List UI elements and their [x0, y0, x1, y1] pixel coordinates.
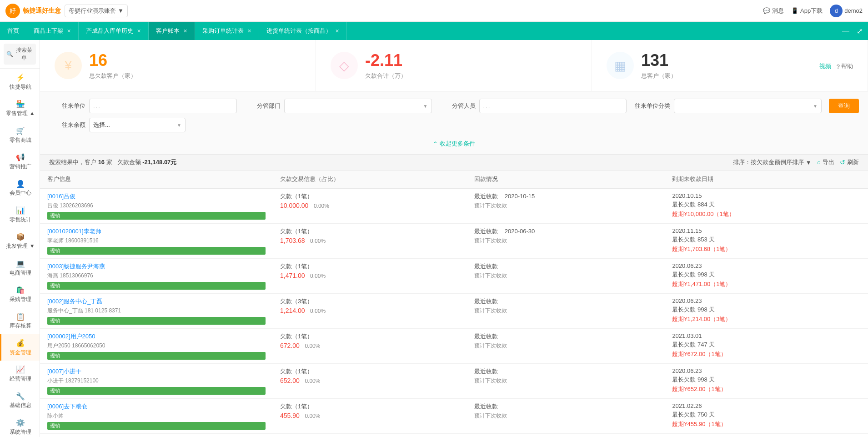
- balance-placeholder: 选择...: [93, 121, 110, 129]
- tab-purchase-stats[interactable]: 采购订单统计表 ✕: [195, 22, 259, 40]
- stat-value-debt-customers: 16: [89, 51, 136, 70]
- close-icon[interactable]: ✕: [67, 28, 71, 34]
- next-repay-label-5: 预计下次收款: [474, 377, 657, 385]
- nav-minimize-btn[interactable]: —: [840, 25, 851, 37]
- logo-area: 好 畅捷通好生意: [5, 4, 61, 18]
- refresh-label: 刷新: [847, 158, 859, 166]
- filter-item-partner: 往来单位 ...: [49, 99, 237, 113]
- customer-name-0[interactable]: [0016]吕俊: [47, 192, 266, 201]
- nav-maximize-btn[interactable]: ⤢: [855, 25, 864, 37]
- results-debt-label: 欠款金额: [117, 159, 141, 166]
- company-arrow-icon: ▼: [118, 7, 124, 14]
- export-button[interactable]: ○ 导出: [817, 158, 834, 166]
- sidebar-item-member[interactable]: 👤 会员中心: [0, 175, 40, 201]
- app-download-action[interactable]: 📱 App下载: [791, 7, 823, 15]
- overdue-amount-link-4[interactable]: 超期¥672.00（1笔）: [672, 350, 861, 358]
- sidebar-item-retail-mgmt-label: 零售管理 ▲: [6, 110, 35, 117]
- help-link[interactable]: ? 帮助: [837, 62, 853, 70]
- tab-import-stats[interactable]: 进货单统计表（按商品） ✕: [259, 22, 347, 40]
- sidebar-item-wholesale[interactable]: 📦 批发管理 ▼: [0, 228, 40, 254]
- close-icon[interactable]: ✕: [137, 28, 141, 34]
- cell-debt-0: 欠款（1笔） 10,000.00 0.00%: [273, 188, 467, 224]
- tab-customer-account-label: 客户账本: [156, 27, 180, 35]
- sidebar-item-retail-mall[interactable]: 🛒 零售商城: [0, 122, 40, 148]
- filter-input-category[interactable]: ▼: [674, 99, 822, 113]
- customer-name-3[interactable]: [0002]服务中心_丁磊: [47, 297, 266, 306]
- close-icon[interactable]: ✕: [335, 28, 339, 34]
- customer-name-1[interactable]: [0001020001]李老师: [47, 227, 266, 236]
- sidebar-item-purchase[interactable]: 🛍️ 采购管理: [0, 281, 40, 307]
- debt-percent-2: 0.00%: [310, 273, 326, 279]
- table-row: [0001020001]李老师 李老师 18600391516 现销 欠款（1笔…: [40, 224, 868, 259]
- overdue-info-4: 2021.03.01 最长欠款 747 天 超期¥672.00（1笔）: [672, 332, 861, 358]
- video-link[interactable]: 视频: [819, 62, 831, 70]
- sidebar-item-ecommerce[interactable]: 💻 电商管理: [0, 255, 40, 281]
- filter-input-balance[interactable]: 选择... ▼: [89, 118, 186, 132]
- debt-amount-5[interactable]: 652.00: [280, 377, 300, 384]
- customer-name-2[interactable]: [0003]畅捷服务尹海燕: [47, 262, 266, 271]
- results-bar: 搜索结果中，客户 16 家 欠款金额 -21,148.07元 排序：按欠款金额倒…: [40, 155, 868, 171]
- sidebar-item-operations[interactable]: 📈 经营管理: [0, 361, 40, 387]
- sidebar-item-marketing-label: 营销推广: [10, 163, 31, 171]
- sort-arrow-icon: ▼: [806, 159, 812, 166]
- sidebar-item-finance[interactable]: 💰 资金管理: [0, 334, 40, 361]
- debt-amount-3[interactable]: 1,214.00: [280, 307, 305, 314]
- query-button[interactable]: 查询: [829, 99, 859, 113]
- sidebar-item-system[interactable]: ⚙️ 系统管理: [0, 414, 40, 437]
- filter-collapse-button[interactable]: ⌃ 收起更多条件: [49, 137, 859, 151]
- user-profile[interactable]: d demo2: [830, 5, 863, 17]
- table-row: [000001]黄思源 黄思源 13552700226 现销 欠款（1笔） 42…: [40, 434, 868, 437]
- table-row: [000002]用户2050 用户2050 18665062050 现销 欠款（…: [40, 329, 868, 364]
- close-icon[interactable]: ✕: [183, 28, 187, 34]
- debt-amount-4[interactable]: 672.00: [280, 342, 300, 349]
- debt-amount-2[interactable]: 1,471.00: [280, 272, 305, 279]
- filter-input-person[interactable]: ...: [479, 99, 627, 113]
- message-action[interactable]: 💬 消息: [763, 7, 784, 15]
- filter-item-dept: 分管部门 ▼: [244, 99, 432, 113]
- overdue-amount-link-1[interactable]: 超期¥1,703.68（1笔）: [672, 245, 861, 253]
- customer-name-5[interactable]: [0007]小进干: [47, 367, 266, 376]
- cell-customer-4: [000002]用户2050 用户2050 18665062050 现销: [40, 329, 273, 364]
- sidebar-item-retail-stats[interactable]: 📊 零售统计: [0, 201, 40, 228]
- overdue-amount-link-6[interactable]: 超期¥455.90（1笔）: [672, 420, 861, 428]
- close-icon[interactable]: ✕: [247, 28, 251, 34]
- cell-overdue-3: 2020.06.23 最长欠款 998 天 超期¥1,214.00（3笔）: [665, 294, 868, 329]
- cell-debt-7: 欠款（1笔） 429.00 0.00%: [273, 434, 467, 437]
- filter-input-dept[interactable]: ▼: [284, 99, 432, 113]
- overdue-amount-link-5[interactable]: 超期¥652.00（1笔）: [672, 385, 861, 393]
- debt-count-5: 欠款（1笔）: [280, 367, 460, 376]
- overdue-amount-link-3[interactable]: 超期¥1,214.00（3笔）: [672, 315, 861, 323]
- overdue-due-date-3: 2020.06.23: [672, 297, 861, 304]
- sidebar-item-inventory[interactable]: 📋 库存核算: [0, 308, 40, 334]
- company-select[interactable]: 母婴行业演示账套 ▼: [65, 5, 128, 17]
- overdue-info-5: 2020.06.23 最长欠款 998 天 超期¥652.00（1笔）: [672, 367, 861, 393]
- sidebar-item-marketing[interactable]: 📢 营销推广: [0, 148, 40, 175]
- customer-name-6[interactable]: [0006]去下粮仓: [47, 402, 266, 411]
- results-info: 搜索结果中，客户 16 家 欠款金额 -21,148.07元: [49, 158, 176, 166]
- sidebar-search-button[interactable]: 🔍 搜索菜单: [4, 44, 36, 65]
- debt-amount-0[interactable]: 10,000.00: [280, 202, 308, 209]
- sidebar-item-basic-info[interactable]: 🔧 基础信息: [0, 387, 40, 414]
- tab-home[interactable]: 首页: [0, 22, 26, 40]
- repay-info-6: 最近收款 预计下次收款: [474, 402, 657, 420]
- cell-overdue-0: 2020.10.15 最长欠款 884 天 超期¥10,000.00（1笔）: [665, 188, 868, 224]
- customer-info-5: [0007]小进干 小进干 18279152100 现销: [47, 367, 266, 395]
- tab-product-shelf[interactable]: 商品上下架 ✕: [26, 22, 79, 40]
- refresh-button[interactable]: ↺ 刷新: [840, 158, 859, 166]
- customer-name-4[interactable]: [000002]用户2050: [47, 332, 266, 341]
- data-table: 客户信息 欠款交易信息（占比） 回款情况 到期未收款日期 [0016]吕俊 吕俊…: [40, 171, 868, 437]
- sort-selector[interactable]: 排序：按欠款金额倒序排序 ▼: [733, 158, 812, 166]
- cell-repay-3: 最近收款 预计下次收款: [467, 294, 665, 329]
- filter-input-partner[interactable]: ...: [89, 99, 237, 113]
- overdue-amount-link-0[interactable]: 超期¥10,000.00（1笔）: [672, 210, 861, 218]
- overdue-amount-link-2[interactable]: 超期¥1,471.00（1笔）: [672, 280, 861, 288]
- sidebar-item-retail-mgmt[interactable]: 🏪 零售管理 ▲: [0, 95, 40, 121]
- customer-tag-1: 现销: [47, 247, 266, 255]
- sidebar-item-inventory-label: 库存核算: [10, 322, 31, 330]
- debt-amount-1[interactable]: 1,703.68: [280, 237, 305, 244]
- tab-stock-history[interactable]: 产成品入库单历史 ✕: [79, 22, 149, 40]
- sidebar-item-quick-nav[interactable]: ⚡ 快捷导航: [0, 69, 40, 95]
- tab-customer-account[interactable]: 客户账本 ✕: [149, 22, 195, 40]
- table-row: [0006]去下粮仓 陈小帅 现销 欠款（1笔） 455.90 0.00% 最近…: [40, 399, 868, 434]
- debt-amount-6[interactable]: 455.90: [280, 412, 300, 419]
